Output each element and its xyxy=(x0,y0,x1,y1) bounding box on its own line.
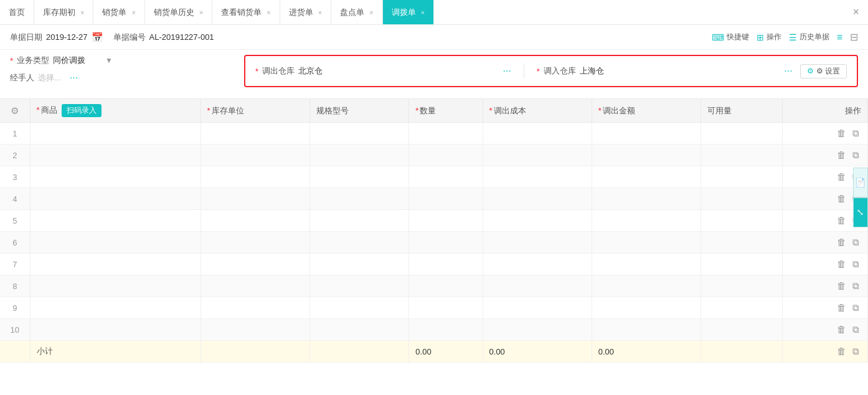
row-product-5[interactable] xyxy=(30,210,200,232)
row-available-7[interactable] xyxy=(701,254,782,275)
row-amount-4[interactable] xyxy=(592,188,701,210)
row-available-3[interactable] xyxy=(701,166,782,188)
row-amount-5[interactable] xyxy=(592,210,701,232)
tab-home[interactable]: 首页 xyxy=(0,0,34,24)
tab-sales-history[interactable]: 销货单历史 × xyxy=(145,0,212,24)
row-cost-8[interactable] xyxy=(483,275,592,297)
row-copy-icon-9[interactable]: ⧉ xyxy=(852,302,859,313)
row-cost-4[interactable] xyxy=(483,188,592,210)
row-cost-6[interactable] xyxy=(483,232,592,254)
row-unit-8[interactable] xyxy=(200,275,309,297)
side-doc-button[interactable]: 📄 xyxy=(853,168,868,198)
row-product-8[interactable] xyxy=(30,275,200,297)
row-trash-icon-6[interactable]: 🗑 xyxy=(837,237,846,247)
row-trash-icon-7[interactable]: 🗑 xyxy=(837,259,846,269)
row-spec-4[interactable] xyxy=(309,188,409,210)
row-trash-icon-9[interactable]: 🗑 xyxy=(837,302,846,313)
row-spec-9[interactable] xyxy=(309,297,409,319)
set-button[interactable]: ⚙ ⚙ 设置 xyxy=(800,64,847,79)
operations-button[interactable]: ⊞ 操作 xyxy=(757,32,781,42)
row-amount-1[interactable] xyxy=(592,123,701,145)
row-product-9[interactable] xyxy=(30,297,200,319)
tab-close-sales-order[interactable]: × xyxy=(131,9,135,16)
tab-purchase[interactable]: 进货单 × xyxy=(280,0,331,24)
row-spec-5[interactable] xyxy=(309,210,409,232)
row-available-8[interactable] xyxy=(701,275,782,297)
row-unit-6[interactable] xyxy=(200,232,309,254)
row-cost-5[interactable] xyxy=(483,210,592,232)
row-cost-2[interactable] xyxy=(483,145,592,166)
row-available-10[interactable] xyxy=(701,319,782,341)
row-spec-3[interactable] xyxy=(309,166,409,188)
row-spec-7[interactable] xyxy=(309,254,409,275)
row-cost-10[interactable] xyxy=(483,319,592,341)
layout-grid-button[interactable]: ⊟ xyxy=(850,31,858,43)
transfer-out-value[interactable]: 北京仓 xyxy=(298,65,323,77)
row-available-1[interactable] xyxy=(701,123,782,145)
row-cost-1[interactable] xyxy=(483,123,592,145)
tab-stocktake[interactable]: 盘点单 × xyxy=(331,0,382,24)
scan-button[interactable]: 扫码录入 xyxy=(62,104,101,117)
transfer-out-more-button[interactable]: ··· xyxy=(502,65,511,77)
row-trash-icon-1[interactable]: 🗑 xyxy=(837,128,846,138)
row-spec-10[interactable] xyxy=(309,319,409,341)
row-qty-8[interactable] xyxy=(409,275,483,297)
row-trash-icon-2[interactable]: 🗑 xyxy=(837,150,846,160)
side-expand-button[interactable]: ⤢ xyxy=(853,198,868,227)
row-available-6[interactable] xyxy=(701,232,782,254)
col-settings[interactable]: ⚙ xyxy=(0,99,30,123)
tab-view-sales[interactable]: 查看销货单 × xyxy=(212,0,280,24)
tab-close-transfer[interactable]: × xyxy=(421,9,425,16)
row-available-5[interactable] xyxy=(701,210,782,232)
close-all-tabs-button[interactable]: × xyxy=(844,6,868,19)
row-amount-7[interactable] xyxy=(592,254,701,275)
row-available-2[interactable] xyxy=(701,145,782,166)
row-qty-4[interactable] xyxy=(409,188,483,210)
transfer-in-value[interactable]: 上海仓 xyxy=(580,65,604,77)
row-unit-2[interactable] xyxy=(200,145,309,166)
row-product-4[interactable] xyxy=(30,188,200,210)
row-product-6[interactable] xyxy=(30,232,200,254)
row-spec-8[interactable] xyxy=(309,275,409,297)
row-product-2[interactable] xyxy=(30,145,200,166)
row-spec-6[interactable] xyxy=(309,232,409,254)
row-amount-3[interactable] xyxy=(592,166,701,188)
row-qty-1[interactable] xyxy=(409,123,483,145)
tab-inventory-init[interactable]: 库存期初 × xyxy=(34,0,93,24)
row-amount-10[interactable] xyxy=(592,319,701,341)
row-product-3[interactable] xyxy=(30,166,200,188)
row-trash-icon-5[interactable]: 🗑 xyxy=(837,215,846,226)
row-unit-5[interactable] xyxy=(200,210,309,232)
row-product-1[interactable] xyxy=(30,123,200,145)
shortcuts-button[interactable]: ⌨ 快捷键 xyxy=(712,32,749,42)
tab-transfer[interactable]: 调拨单 × xyxy=(383,0,434,24)
row-unit-1[interactable] xyxy=(200,123,309,145)
row-copy-icon-10[interactable]: ⧉ xyxy=(852,324,859,335)
row-trash-icon-3[interactable]: 🗑 xyxy=(837,171,846,182)
date-value[interactable]: 2019-12-27 xyxy=(46,32,88,42)
row-trash-icon-8[interactable]: 🗑 xyxy=(837,280,846,291)
row-qty-6[interactable] xyxy=(409,232,483,254)
biz-type-select[interactable]: 同价调拨 ▼ xyxy=(53,55,113,66)
row-product-7[interactable] xyxy=(30,254,200,275)
row-qty-5[interactable] xyxy=(409,210,483,232)
row-copy-icon[interactable]: ⧉ xyxy=(852,346,859,356)
row-trash-icon[interactable]: 🗑 xyxy=(837,346,846,356)
row-cost-7[interactable] xyxy=(483,254,592,275)
row-amount-8[interactable] xyxy=(592,275,701,297)
row-unit-3[interactable] xyxy=(200,166,309,188)
row-amount-9[interactable] xyxy=(592,297,701,319)
row-unit-4[interactable] xyxy=(200,188,309,210)
row-amount-6[interactable] xyxy=(592,232,701,254)
transfer-in-more-button[interactable]: ··· xyxy=(784,65,792,77)
row-spec-2[interactable] xyxy=(309,145,409,166)
calendar-icon[interactable]: 📅 xyxy=(92,32,103,43)
tab-sales-order[interactable]: 销货单 × xyxy=(93,0,144,24)
row-qty-2[interactable] xyxy=(409,145,483,166)
row-trash-icon-10[interactable]: 🗑 xyxy=(837,324,846,335)
row-available-4[interactable] xyxy=(701,188,782,210)
row-unit-9[interactable] xyxy=(200,297,309,319)
row-trash-icon-4[interactable]: 🗑 xyxy=(837,193,846,204)
row-cost-9[interactable] xyxy=(483,297,592,319)
row-amount-2[interactable] xyxy=(592,145,701,166)
